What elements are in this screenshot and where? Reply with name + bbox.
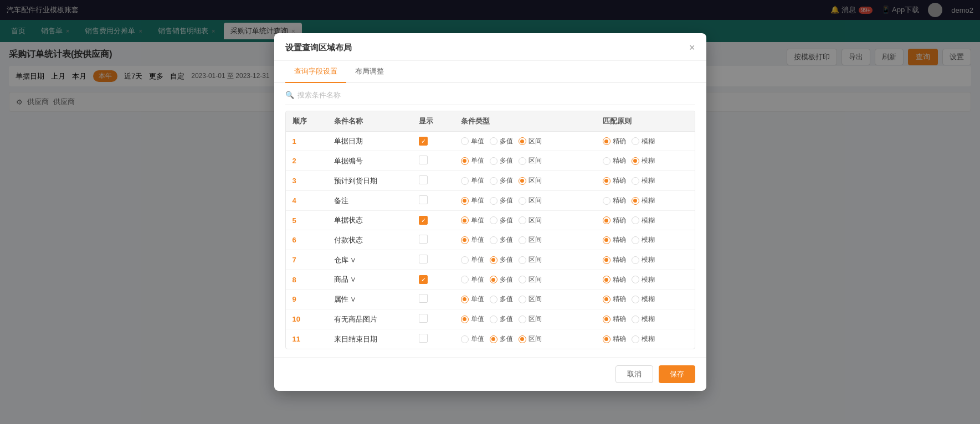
col-header-show: 显示 bbox=[412, 111, 454, 118]
col-header-type: 条件类型 bbox=[454, 111, 596, 118]
search-box: 🔍 bbox=[285, 91, 695, 105]
dialog-title: 设置查询区域布局 bbox=[285, 43, 352, 53]
dialog-tabs: 查询字段设置 布局调整 bbox=[274, 61, 706, 83]
search-input[interactable] bbox=[297, 91, 408, 99]
dialog-header: 设置查询区域布局 × bbox=[274, 33, 706, 61]
settings-dialog: 设置查询区域布局 × 查询字段设置 布局调整 🔍 顺序 条件名称 bbox=[274, 33, 706, 118]
search-icon: 🔍 bbox=[285, 91, 294, 99]
dialog-tab-layout[interactable]: 布局调整 bbox=[346, 61, 393, 83]
col-header-order: 顺序 bbox=[286, 111, 327, 118]
modal-overlay: 设置查询区域布局 × 查询字段设置 布局调整 🔍 顺序 条件名称 bbox=[0, 0, 980, 118]
config-table: 顺序 条件名称 显示 条件类型 匹配原则 1单据日期单值多值区间精确模糊2单据编… bbox=[285, 111, 695, 118]
dialog-body: 🔍 顺序 条件名称 显示 条件类型 匹配原则 bbox=[274, 83, 706, 118]
col-header-name: 条件名称 bbox=[327, 111, 413, 118]
dialog-close-button[interactable]: × bbox=[689, 42, 695, 54]
col-header-match: 匹配原则 bbox=[596, 111, 695, 118]
dialog-tab-fields[interactable]: 查询字段设置 bbox=[285, 61, 346, 83]
